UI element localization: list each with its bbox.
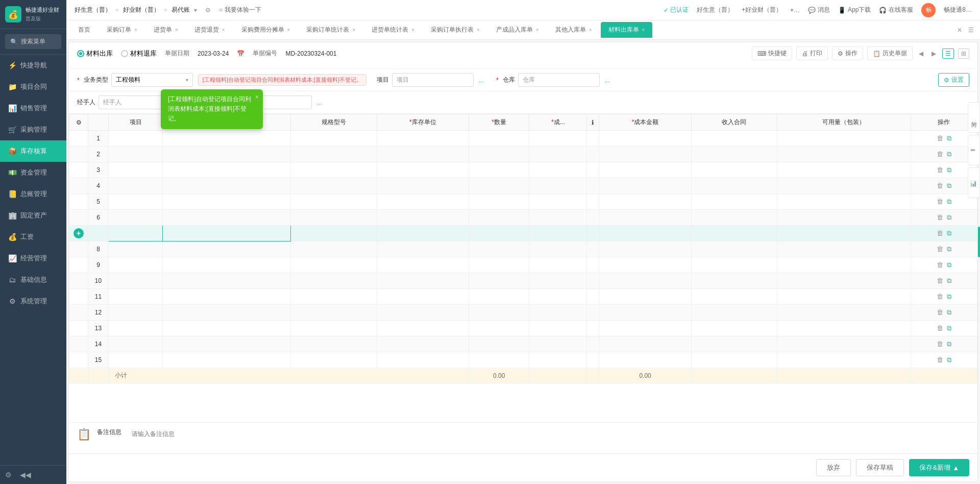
search-menu-button[interactable]: 🔍 搜索菜单: [5, 34, 61, 49]
copy-row-4-btn[interactable]: ⧉: [946, 181, 952, 191]
td-spec-3[interactable]: [291, 162, 377, 178]
td-qty-12[interactable]: [469, 305, 529, 321]
project-select[interactable]: 项目: [392, 73, 474, 87]
td-project-10[interactable]: [109, 273, 163, 289]
td-cost-amount-2[interactable]: [599, 147, 691, 162]
td-cost-price-13[interactable]: [529, 321, 587, 336]
edit-tool-btn[interactable]: ✏: [968, 135, 980, 165]
td-spec-9[interactable]: [291, 257, 377, 273]
td-qty-3[interactable]: [469, 162, 529, 178]
td-income-4[interactable]: [691, 178, 777, 194]
tab-purchase-expense[interactable]: 采购费用分摊单 ×: [234, 22, 298, 38]
td-material-4[interactable]: [163, 178, 291, 194]
td-available-11[interactable]: [777, 289, 911, 305]
td-income-9[interactable]: [691, 257, 777, 273]
tab-purchase-order-close[interactable]: ×: [134, 27, 137, 33]
td-unit-8[interactable]: [377, 241, 469, 257]
td-cost-amount-15[interactable]: [599, 352, 691, 368]
td-income-1[interactable]: [691, 131, 777, 147]
td-cost-amount-13[interactable]: [599, 321, 691, 336]
chart-tool-btn[interactable]: 📊: [968, 167, 980, 198]
td-spec-5[interactable]: [291, 194, 377, 210]
td-qty-8[interactable]: [469, 241, 529, 257]
tab-purchase-expense-close[interactable]: ×: [287, 27, 290, 33]
nav-good-finance2[interactable]: +好业财（普）: [742, 6, 782, 14]
td-qty-5[interactable]: [469, 194, 529, 210]
td-material-13[interactable]: [163, 321, 291, 336]
td-cost-amount-1[interactable]: [599, 131, 691, 147]
td-cost-price-12[interactable]: [529, 305, 587, 321]
td-cost-price-15[interactable]: [529, 352, 587, 368]
td-cost-price-4[interactable]: [529, 178, 587, 194]
form-settings-btn[interactable]: ⚙ 设置: [938, 73, 969, 87]
td-available-9[interactable]: [777, 257, 911, 273]
td-available-4[interactable]: [777, 178, 911, 194]
copy-row-11-btn[interactable]: ⧉: [946, 292, 952, 302]
td-cost-price-7[interactable]: [529, 226, 587, 241]
tab-purchase-order[interactable]: 采购订单 ×: [99, 22, 145, 38]
settings-icon[interactable]: ⚙: [205, 7, 211, 14]
tab-stock-in-close[interactable]: ×: [175, 27, 178, 33]
th-config[interactable]: ⚙: [69, 114, 88, 131]
td-unit-6[interactable]: [377, 210, 469, 226]
copy-row-3-btn[interactable]: ⧉: [946, 165, 952, 175]
td-cost-price-11[interactable]: [529, 289, 587, 305]
td-available-2[interactable]: [777, 147, 911, 162]
copy-row-13-btn[interactable]: ⧉: [946, 323, 952, 333]
td-project-15[interactable]: [109, 352, 163, 368]
td-material-15[interactable]: [163, 352, 291, 368]
td-unit-9[interactable]: [377, 257, 469, 273]
th-available[interactable]: 可用量（包装）: [777, 114, 911, 131]
td-project-13[interactable]: [109, 321, 163, 336]
td-unit-3[interactable]: [377, 162, 469, 178]
td-cost-amount-5[interactable]: [599, 194, 691, 210]
attachment-tool-btn[interactable]: 附: [968, 102, 980, 133]
print-btn[interactable]: 🖨 打印: [796, 46, 828, 60]
nav-good-biz[interactable]: 好生意（普）: [75, 6, 111, 14]
td-unit-5[interactable]: [377, 194, 469, 210]
td-unit-4[interactable]: [377, 178, 469, 194]
message-btn[interactable]: 💬 消息: [808, 6, 830, 14]
td-cost-price-8[interactable]: [529, 241, 587, 257]
td-available-15[interactable]: [777, 352, 911, 368]
td-spec-12[interactable]: [291, 305, 377, 321]
detail-view-icon[interactable]: ⊞: [958, 49, 969, 59]
nav-dropdown-icon[interactable]: ▾: [194, 7, 197, 14]
td-income-3[interactable]: [691, 162, 777, 178]
td-cost-price-2[interactable]: [529, 147, 587, 162]
copy-row-12-btn[interactable]: ⧉: [946, 307, 952, 318]
td-cost-amount-8[interactable]: [599, 241, 691, 257]
td-unit-7[interactable]: [377, 226, 469, 241]
td-unit-13[interactable]: [377, 321, 469, 336]
td-qty-14[interactable]: [469, 336, 529, 352]
td-unit-10[interactable]: [377, 273, 469, 289]
td-qty-11[interactable]: [469, 289, 529, 305]
td-spec-11[interactable]: [291, 289, 377, 305]
th-unit[interactable]: *库存单位: [377, 114, 469, 131]
experience-link[interactable]: ○ 我要体验一下: [219, 6, 261, 14]
td-available-10[interactable]: [777, 273, 911, 289]
tab-purchase-stat[interactable]: 采购订单统计表 ×: [299, 22, 363, 38]
td-income-12[interactable]: [691, 305, 777, 321]
tab-other-in[interactable]: 其他入库单 ×: [548, 22, 600, 38]
copy-row-5-btn[interactable]: ⧉: [946, 197, 952, 207]
td-project-9[interactable]: [109, 257, 163, 273]
copy-row-10-btn[interactable]: ⧉: [946, 276, 952, 286]
sidebar-item-inventory[interactable]: 📦 库存核算: [0, 140, 66, 162]
td-qty-1[interactable]: [469, 131, 529, 147]
td-material-6[interactable]: [163, 210, 291, 226]
td-spec-8[interactable]: [291, 241, 377, 257]
td-unit-12[interactable]: [377, 305, 469, 321]
tab-purchase-exec-close[interactable]: ×: [477, 27, 480, 33]
save-new-button[interactable]: 保存&新增 ▲: [909, 459, 969, 476]
sidebar-item-purchase[interactable]: 🛒 采购管理: [0, 119, 66, 140]
td-material-5[interactable]: [163, 194, 291, 210]
td-cost-price-5[interactable]: [529, 194, 587, 210]
delete-row-8-btn[interactable]: 🗑: [936, 244, 944, 254]
td-unit-1[interactable]: [377, 131, 469, 147]
td-spec-14[interactable]: [291, 336, 377, 352]
sidebar-item-assets[interactable]: 🏢 固定资产: [0, 205, 66, 226]
notes-input[interactable]: [132, 428, 969, 448]
warehouse-select[interactable]: 仓库: [518, 73, 600, 87]
user-avatar[interactable]: 畅: [921, 3, 936, 17]
